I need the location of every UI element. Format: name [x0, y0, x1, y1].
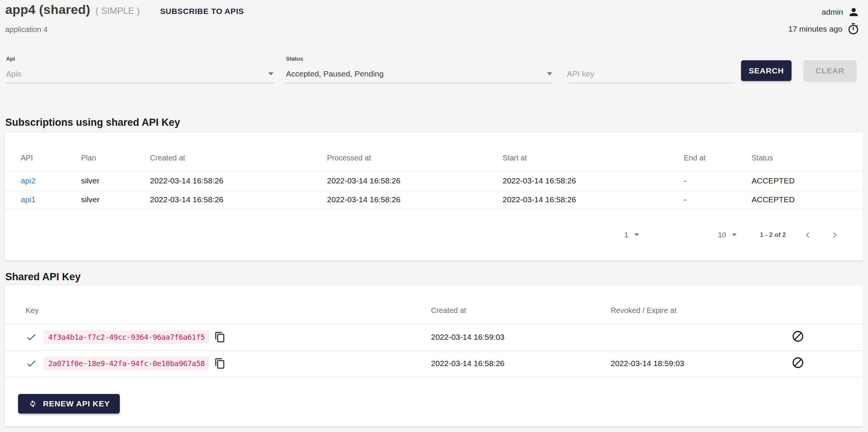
column-header-api: API [5, 133, 81, 171]
status-cell: ACCEPTED [752, 190, 863, 209]
shared-key-header-row: Key Created at Revoked / Expire at [5, 285, 863, 324]
chevron-right-icon [830, 230, 840, 240]
chevron-down-icon [732, 234, 737, 236]
last-activity-label: 17 minutes ago [788, 24, 842, 34]
key-revoked-at-cell [611, 324, 784, 350]
next-page-button[interactable] [830, 230, 840, 240]
clear-button[interactable]: CLEAR [804, 60, 856, 81]
subscriptions-card: API Plan Created at Processed at Start a… [5, 133, 863, 261]
status-filter-value: Accepted, Paused, Pending [286, 69, 384, 78]
column-header-key: Key [5, 285, 431, 324]
end-at-cell: - [684, 190, 752, 209]
column-header-start-at: Start at [503, 133, 684, 171]
created-at-cell: 2022-03-14 16:58:26 [150, 190, 327, 209]
table-row: 4f3a4b1a-f7c2-49cc-9364-96aa7f6a61f5 202… [5, 324, 863, 350]
key-created-at-cell: 2022-03-14 16:59:03 [431, 324, 611, 350]
revoke-key-button[interactable] [792, 330, 804, 343]
renew-button-label: RENEW API KEY [43, 399, 110, 408]
copy-icon [214, 358, 226, 369]
shared-key-table: Key Created at Revoked / Expire at 4f3a4… [5, 285, 863, 377]
api-link[interactable]: api2 [21, 176, 36, 185]
plan-cell: silver [81, 171, 150, 190]
status-cell: ACCEPTED [752, 171, 863, 190]
start-at-cell: 2022-03-14 16:58:26 [503, 190, 684, 209]
subscriptions-table: API Plan Created at Processed at Start a… [5, 133, 863, 209]
api-key-value: 2a071f0e-18e9-42fa-94fc-0e10ba967a58 [44, 357, 209, 370]
chevron-down-icon [268, 72, 274, 75]
table-row: api1 silver 2022-03-14 16:58:26 2022-03-… [5, 190, 863, 209]
paginator: 1 10 1 - 2 of 2 [5, 209, 863, 261]
search-button[interactable]: SEARCH [741, 60, 792, 81]
key-revoked-at-cell: 2022-03-14 18:59:03 [611, 350, 784, 377]
page-select[interactable]: 1 [624, 231, 639, 239]
api-key-value: 4f3a4b1a-f7c2-49cc-9364-96aa7f6a61f5 [44, 330, 209, 344]
start-at-cell: 2022-03-14 16:58:26 [503, 171, 684, 190]
end-at-cell: - [684, 171, 752, 190]
column-header-actions [784, 285, 863, 324]
column-header-revoked-expire-at: Revoked / Expire at [611, 285, 784, 324]
app-type-badge: ( SIMPLE ) [96, 6, 140, 16]
page-select-value: 1 [624, 231, 628, 239]
api-link[interactable]: api1 [21, 195, 36, 204]
user-icon [848, 6, 860, 18]
application-page: app4 (shared) ( SIMPLE ) SUBSCRIBE TO AP… [0, 0, 868, 432]
timer-icon [847, 23, 860, 35]
chevron-down-icon [547, 72, 552, 75]
block-icon [792, 356, 804, 369]
copy-icon [214, 331, 226, 343]
chevron-left-icon [802, 230, 813, 240]
page-header: app4 (shared) ( SIMPLE ) SUBSCRIBE TO AP… [5, 2, 244, 34]
shared-key-section-title: Shared API Key [5, 271, 81, 283]
subscribe-to-apis-link[interactable]: SUBSCRIBE TO APIS [160, 7, 244, 16]
renew-icon [28, 399, 38, 409]
column-header-processed-at: Processed at [327, 133, 503, 171]
api-key-filter-field [567, 62, 735, 83]
subscriptions-header-row: API Plan Created at Processed at Start a… [5, 133, 863, 171]
table-row: api2 silver 2022-03-14 16:58:26 2022-03-… [5, 171, 863, 190]
renew-api-key-button[interactable]: RENEW API KEY [18, 394, 120, 414]
column-header-created-at: Created at [431, 285, 611, 324]
previous-page-button[interactable] [802, 230, 813, 240]
pagination-range-label: 1 - 2 of 2 [760, 231, 786, 239]
app-description: application 4 [5, 25, 244, 34]
revoke-key-button[interactable] [792, 356, 804, 369]
shared-key-card: Key Created at Revoked / Expire at 4f3a4… [5, 285, 863, 427]
filter-bar: Api Apis Status Accepted, Paused, Pendin… [6, 55, 863, 83]
subscriptions-section-title: Subscriptions using shared API Key [5, 117, 180, 128]
column-header-end-at: End at [684, 133, 752, 171]
header-meta: admin 17 minutes ago [788, 6, 860, 35]
api-filter-field: Api Apis [6, 55, 274, 83]
column-header-created-at: Created at [150, 133, 327, 171]
column-header-status: Status [752, 133, 863, 171]
copy-key-button[interactable] [214, 331, 226, 343]
page-title: app4 (shared) [5, 2, 90, 17]
user-name: admin [822, 8, 843, 17]
api-filter-select[interactable]: Apis [6, 62, 274, 83]
api-key-input[interactable] [567, 62, 735, 83]
table-row: 2a071f0e-18e9-42fa-94fc-0e10ba967a58 202… [5, 350, 863, 377]
column-header-plan: Plan [81, 133, 150, 171]
processed-at-cell: 2022-03-14 16:58:26 [327, 171, 503, 190]
status-filter-select[interactable]: Accepted, Paused, Pending [286, 62, 553, 83]
plan-cell: silver [81, 190, 150, 209]
valid-check-icon [26, 358, 37, 369]
status-filter-field: Status Accepted, Paused, Pending [286, 55, 553, 83]
processed-at-cell: 2022-03-14 16:58:26 [327, 190, 503, 209]
created-at-cell: 2022-03-14 16:58:26 [150, 171, 327, 190]
key-created-at-cell: 2022-03-14 16:58:26 [431, 350, 611, 377]
api-filter-label: Api [6, 55, 274, 62]
chevron-down-icon [634, 234, 639, 236]
rows-per-page-value: 10 [718, 231, 726, 239]
valid-check-icon [26, 331, 37, 343]
rows-per-page-select[interactable]: 10 [718, 231, 737, 239]
block-icon [792, 330, 804, 343]
copy-key-button[interactable] [214, 358, 226, 369]
status-filter-label: Status [286, 55, 553, 62]
api-filter-value: Apis [6, 69, 21, 78]
